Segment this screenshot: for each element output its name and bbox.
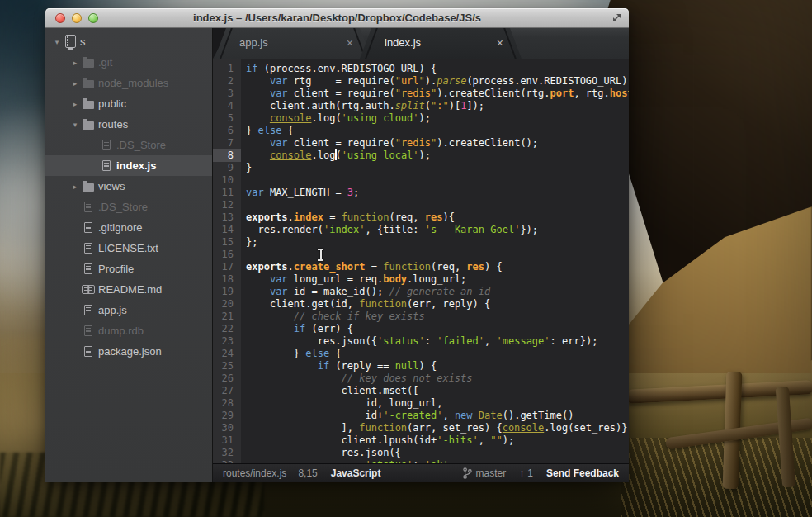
code-line-text: res.json({'status': 'failed', 'message':… xyxy=(241,335,597,348)
code-line-text: client.lpush(id+'-hits', ""); xyxy=(241,434,514,447)
code-line[interactable]: 16 xyxy=(213,249,629,261)
send-feedback-button[interactable]: Send Feedback xyxy=(546,467,619,479)
code-line-text: var id = make_id(); // generate an id xyxy=(241,286,490,298)
code-line[interactable]: 14 res.render('index', {title: 's - Kara… xyxy=(213,224,629,236)
line-number: 11 xyxy=(213,187,241,199)
tab-app-js[interactable]: app.js × xyxy=(215,28,371,59)
line-number: 3 xyxy=(213,88,241,100)
status-file-path: routes/index.js xyxy=(223,467,286,479)
code-line[interactable]: 13exports.index = function(req, res){ xyxy=(213,211,629,224)
folder-icon xyxy=(82,97,98,111)
sidebar-item-package-json[interactable]: package.json xyxy=(45,341,212,362)
code-line[interactable]: 33 'status': 'ok', xyxy=(213,459,629,463)
code-line[interactable]: 30 ], function(arr, set_res) {console.lo… xyxy=(213,422,629,434)
code-line-text: if (process.env.REDISTOGO_URL) { xyxy=(241,63,437,75)
sidebar-item-git[interactable]: ▸.git xyxy=(45,52,212,73)
sidebar-item-procfile[interactable]: Procfile xyxy=(45,258,212,279)
code-line[interactable]: 15}; xyxy=(213,236,629,249)
git-branch-icon xyxy=(463,467,472,479)
window-titlebar[interactable]: index.js – /Users/karan/Desktop/Dropbox/… xyxy=(45,8,629,28)
code-line[interactable]: 4 client.auth(rtg.auth.split(":")[1]); xyxy=(213,100,629,112)
tab-index-js[interactable]: index.js × xyxy=(360,28,522,59)
code-line[interactable]: 19 var id = make_id(); // generate an id xyxy=(213,286,629,298)
code-line[interactable]: 9} xyxy=(213,162,629,174)
sidebar-item-routes[interactable]: ▾routes xyxy=(45,114,212,135)
sidebar-item-app-js[interactable]: app.js xyxy=(45,300,212,320)
fullscreen-icon[interactable] xyxy=(612,13,621,22)
sidebar-item-dump-rdb[interactable]: dump.rdb xyxy=(45,320,212,341)
line-number: 15 xyxy=(213,236,241,249)
sidebar-item-index-js[interactable]: index.js xyxy=(45,155,212,176)
code-line[interactable]: 7 var client = require("redis").createCl… xyxy=(213,137,629,149)
code-line[interactable]: 32 res.json({ xyxy=(213,447,629,459)
code-line-text: exports.create_short = function(req, res… xyxy=(241,261,503,273)
chevron-down-icon[interactable]: ▾ xyxy=(50,38,64,46)
code-line-text: console.log('using local'); xyxy=(241,149,431,162)
line-number: 21 xyxy=(213,311,241,323)
sidebar-item-label: .gitignore xyxy=(98,221,142,234)
sidebar-item-node-modules[interactable]: ▸node_modules xyxy=(45,73,212,93)
code-line[interactable]: 5 console.log('using cloud'); xyxy=(213,112,629,125)
sidebar-item-license-txt[interactable]: LICENSE.txt xyxy=(45,238,212,258)
sidebar-item-ds-store[interactable]: .DS_Store xyxy=(45,135,212,155)
file-icon xyxy=(100,159,116,173)
code-line[interactable]: 2 var rtg = require("url").parse(process… xyxy=(213,75,629,88)
close-tab-icon[interactable]: × xyxy=(347,36,353,50)
chevron-right-icon[interactable]: ▸ xyxy=(68,59,82,67)
code-area[interactable]: 1if (process.env.REDISTOGO_URL) {2 var r… xyxy=(213,59,629,463)
file-icon xyxy=(82,263,98,276)
wallpaper-mountain xyxy=(599,0,812,408)
code-line[interactable]: 26 // key does not exists xyxy=(213,372,629,385)
code-line[interactable]: 24 } else { xyxy=(213,348,629,360)
sidebar-item-readme-md[interactable]: README.md xyxy=(45,279,212,300)
code-line[interactable]: 6} else { xyxy=(213,125,629,137)
folder-icon xyxy=(82,118,98,131)
sidebar-item-label: LICENSE.txt xyxy=(98,242,158,254)
window-title: index.js – /Users/karan/Desktop/Dropbox/… xyxy=(45,12,629,24)
openbook-icon xyxy=(82,283,98,296)
code-line[interactable]: 8 console.log('using local'); xyxy=(213,149,629,162)
file-icon xyxy=(100,139,116,152)
code-line-text: } else { xyxy=(241,125,294,137)
status-bar: routes/index.js 8,15 JavaScript m xyxy=(213,463,629,482)
code-line[interactable]: 31 client.lpush(id+'-hits', ""); xyxy=(213,434,629,447)
code-line[interactable]: 10 xyxy=(213,174,629,187)
sidebar-item-public[interactable]: ▸public xyxy=(45,93,212,114)
line-number: 24 xyxy=(213,348,241,360)
code-line[interactable]: 11var MAX_LENGTH = 3; xyxy=(213,187,629,199)
wooden-fence-post-right xyxy=(776,387,795,488)
close-tab-icon[interactable]: × xyxy=(497,36,503,50)
chevron-right-icon[interactable]: ▸ xyxy=(68,183,82,191)
code-line[interactable]: 21 // check if key exists xyxy=(213,311,629,323)
code-line[interactable]: 1if (process.env.REDISTOGO_URL) { xyxy=(213,63,629,75)
sidebar-item-views[interactable]: ▸views xyxy=(45,176,212,197)
code-line[interactable]: 29 id+'-created', new Date().getTime() xyxy=(213,410,629,422)
code-line[interactable]: 28 id, long_url, xyxy=(213,397,629,410)
code-line[interactable]: 25 if (reply == null) { xyxy=(213,360,629,372)
code-line[interactable]: 3 var client = require("redis").createCl… xyxy=(213,88,629,100)
sidebar-item-label: node_modules xyxy=(98,77,168,89)
sidebar-item-gitignore[interactable]: .gitignore xyxy=(45,217,212,238)
code-line-text: } else { xyxy=(241,348,342,360)
code-line[interactable]: 18 var long_url = req.body.long_url; xyxy=(213,273,629,286)
code-line[interactable]: 22 if (err) { xyxy=(213,323,629,335)
sidebar-item-ds-store[interactable]: .DS_Store xyxy=(45,197,212,217)
code-line[interactable]: 23 res.json({'status': 'failed', 'messag… xyxy=(213,335,629,348)
code-line[interactable]: 20 client.get(id, function(err, reply) { xyxy=(213,298,629,311)
chevron-right-icon[interactable]: ▸ xyxy=(68,100,82,108)
code-line[interactable]: 17exports.create_short = function(req, r… xyxy=(213,261,629,273)
chevron-down-icon[interactable]: ▾ xyxy=(68,121,82,129)
code-line-text: // check if key exists xyxy=(241,311,425,323)
desktop-wallpaper: index.js – /Users/karan/Desktop/Dropbox/… xyxy=(0,0,812,517)
line-number: 22 xyxy=(213,323,241,335)
sidebar-item-s[interactable]: ▾s xyxy=(45,31,212,52)
code-line-text: var MAX_LENGTH = 3; xyxy=(241,187,359,199)
sidebar-item-label: app.js xyxy=(98,304,127,316)
status-language[interactable]: JavaScript xyxy=(331,467,381,479)
git-branch-name[interactable]: master xyxy=(476,467,507,479)
chevron-right-icon[interactable]: ▸ xyxy=(68,79,82,88)
sidebar-item-label: .DS_Store xyxy=(116,139,166,151)
code-line[interactable]: 12 xyxy=(213,199,629,211)
book-icon xyxy=(64,36,80,49)
code-line[interactable]: 27 client.mset([ xyxy=(213,385,629,397)
